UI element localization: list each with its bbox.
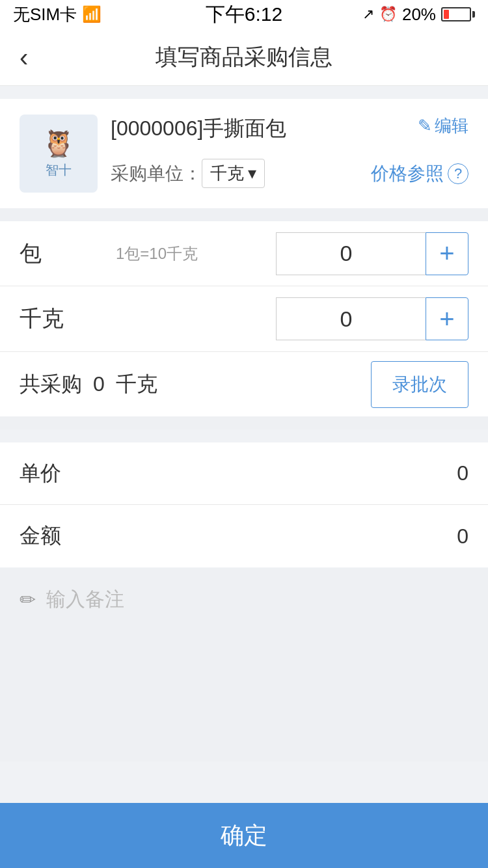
total-label: 共采购 0 千克 bbox=[20, 370, 371, 399]
section-divider-1 bbox=[0, 208, 488, 221]
notes-icon: ✏ bbox=[20, 588, 36, 611]
status-bar: 无SIM卡 📶 下午6:12 ↗ ⏰ 20% bbox=[0, 0, 488, 29]
help-icon: ? bbox=[448, 163, 468, 184]
product-logo-icon: 🦉 bbox=[42, 128, 75, 159]
edit-icon: ✎ bbox=[418, 116, 432, 136]
input-section: 包 1包=10千克 + 千克 + bbox=[0, 221, 488, 351]
bag-label: 包 bbox=[20, 239, 98, 269]
bag-quantity-input[interactable] bbox=[276, 232, 426, 275]
total-unit: 千克 bbox=[116, 372, 157, 396]
bag-quantity-control: + bbox=[276, 232, 468, 275]
bag-sublabel: 1包=10千克 bbox=[116, 243, 198, 264]
edit-button[interactable]: ✎ 编辑 bbox=[418, 115, 468, 137]
unit-prefix-label: 采购单位： bbox=[111, 161, 202, 186]
alarm-icon: ⏰ bbox=[379, 6, 397, 23]
product-logo-text: 智十 bbox=[46, 161, 72, 179]
unit-price-label: 单价 bbox=[20, 459, 457, 488]
section-divider-2 bbox=[0, 416, 488, 429]
product-info: [0000006]手撕面包 ✎ 编辑 采购单位： 千克 ▾ 价格参照 ? bbox=[111, 115, 468, 188]
unit-price-row: 单价 0 bbox=[0, 442, 488, 505]
edit-label: 编辑 bbox=[435, 115, 468, 137]
nav-bar: ‹ 填写商品采购信息 bbox=[0, 29, 488, 86]
unit-select[interactable]: 千克 ▾ bbox=[202, 159, 265, 188]
wifi-icon: 📶 bbox=[82, 5, 102, 23]
kg-label: 千克 bbox=[20, 304, 98, 334]
kg-plus-button[interactable]: + bbox=[426, 297, 468, 340]
total-prefix: 共采购 bbox=[20, 372, 82, 396]
kg-quantity-input[interactable] bbox=[276, 297, 426, 340]
amount-value: 0 bbox=[457, 524, 468, 549]
notes-placeholder: 输入备注 bbox=[46, 586, 124, 613]
battery-percent: 20% bbox=[402, 5, 436, 25]
bottom-space bbox=[0, 631, 488, 761]
price-ref-label: 价格参照 bbox=[371, 161, 444, 186]
status-right: ↗ ⏰ 20% bbox=[362, 5, 475, 25]
product-name: [0000006]手撕面包 bbox=[111, 115, 286, 143]
unit-value: 千克 bbox=[210, 162, 244, 185]
bag-input-row: 包 1包=10千克 + bbox=[0, 221, 488, 286]
notes-section[interactable]: ✏ 输入备注 bbox=[0, 568, 488, 631]
location-icon: ↗ bbox=[362, 6, 374, 23]
product-image: 🦉 智十 bbox=[20, 115, 98, 193]
price-section: 单价 0 金额 0 bbox=[0, 442, 488, 567]
dropdown-arrow-icon: ▾ bbox=[248, 163, 256, 183]
amount-label: 金额 bbox=[20, 522, 457, 550]
record-batch-button[interactable]: 录批次 bbox=[371, 361, 468, 408]
battery-icon bbox=[441, 7, 475, 21]
back-button[interactable]: ‹ bbox=[20, 44, 28, 70]
total-value: 0 bbox=[93, 372, 105, 396]
kg-input-row: 千克 + bbox=[0, 286, 488, 351]
status-time: 下午6:12 bbox=[206, 1, 282, 28]
kg-quantity-control: + bbox=[276, 297, 468, 340]
amount-row: 金额 0 bbox=[0, 505, 488, 567]
carrier-label: 无SIM卡 bbox=[13, 3, 77, 26]
unit-price-value: 0 bbox=[457, 461, 468, 485]
status-left: 无SIM卡 📶 bbox=[13, 3, 102, 26]
bag-plus-button[interactable]: + bbox=[426, 232, 468, 275]
confirm-button[interactable]: 确定 bbox=[0, 803, 488, 868]
total-row: 共采购 0 千克 录批次 bbox=[0, 351, 488, 416]
price-reference-button[interactable]: 价格参照 ? bbox=[371, 161, 468, 186]
product-card: 🦉 智十 [0000006]手撕面包 ✎ 编辑 采购单位： 千克 ▾ bbox=[0, 99, 488, 208]
page-title: 填写商品采购信息 bbox=[156, 42, 332, 72]
